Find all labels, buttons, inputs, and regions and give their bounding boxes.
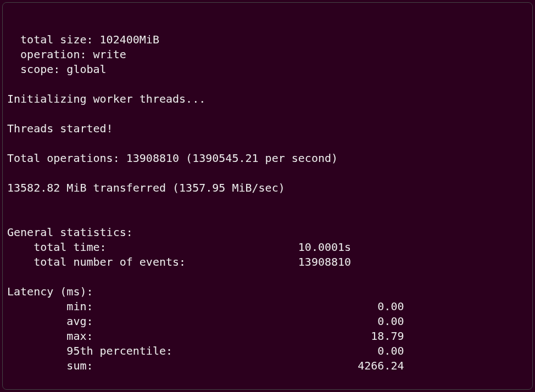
terminal-line: Total operations: 13908810 (1390545.21 p… <box>7 151 528 166</box>
terminal-output: total size: 102400MiB operation: write s… <box>7 32 528 390</box>
terminal-line: Latency (ms): <box>7 284 528 299</box>
terminal-line: sum: 4266.24 <box>7 359 528 373</box>
terminal-line <box>7 195 528 210</box>
terminal-line <box>7 107 528 121</box>
terminal-line: Threads fairness: <box>7 388 528 390</box>
terminal-line: min: 0.00 <box>7 299 528 314</box>
terminal-line <box>7 77 528 92</box>
terminal-line: 13582.82 MiB transferred (1357.95 MiB/se… <box>7 181 528 195</box>
terminal-line <box>7 270 528 284</box>
terminal-line: total size: 102400MiB <box>7 32 528 47</box>
terminal-line: total time: 10.0001s <box>7 240 528 255</box>
terminal-window[interactable]: total size: 102400MiB operation: write s… <box>2 2 533 390</box>
terminal-line: max: 18.79 <box>7 329 528 344</box>
terminal-line <box>7 210 528 225</box>
terminal-line <box>7 166 528 181</box>
terminal-line: Initializing worker threads... <box>7 92 528 107</box>
terminal-line: operation: write <box>7 47 528 62</box>
terminal-line: avg: 0.00 <box>7 314 528 329</box>
terminal-line: Threads started! <box>7 121 528 136</box>
terminal-line: General statistics: <box>7 225 528 240</box>
terminal-line: total number of events: 13908810 <box>7 255 528 270</box>
terminal-line <box>7 373 528 388</box>
terminal-line: 95th percentile: 0.00 <box>7 344 528 359</box>
terminal-line <box>7 136 528 151</box>
terminal-line: scope: global <box>7 62 528 77</box>
